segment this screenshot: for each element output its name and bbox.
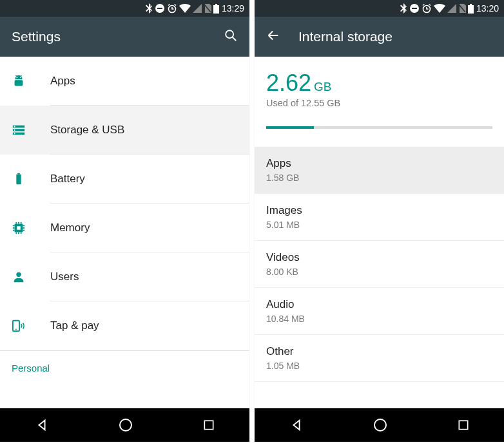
svg-point-10: [20, 77, 21, 78]
wifi-icon: [179, 4, 191, 13]
settings-screen: 13:29 Settings Apps Storage & USB Batter…: [0, 0, 249, 442]
svg-rect-39: [204, 421, 213, 429]
svg-rect-45: [470, 4, 472, 5]
status-time: 13:29: [222, 3, 244, 14]
nav-home-icon[interactable]: [118, 417, 133, 433]
nav-recent-icon[interactable]: [202, 419, 215, 431]
used-unit: GB: [314, 80, 331, 93]
used-caption: Used of 12.55 GB: [266, 98, 492, 108]
storage-icon: [12, 123, 50, 137]
svg-point-38: [120, 419, 131, 431]
svg-point-18: [14, 133, 15, 135]
alarm-icon: [167, 3, 177, 14]
nav-bar: [255, 408, 504, 442]
svg-line-12: [21, 75, 22, 77]
storage-row-other[interactable]: Other 1.05 MB: [255, 335, 504, 382]
row-value: 1.58 GB: [266, 173, 492, 183]
row-label: Other: [266, 345, 492, 358]
svg-rect-20: [17, 173, 20, 175]
battery-icon: [12, 172, 50, 186]
row-label: Images: [266, 204, 492, 217]
settings-list: Apps Storage & USB Battery Memory Users: [0, 57, 249, 408]
alarm-icon: [422, 3, 432, 14]
svg-rect-22: [17, 226, 21, 230]
settings-row-memory[interactable]: Memory: [0, 204, 249, 252]
page-title: Settings: [12, 29, 206, 44]
status-bar: 13:29: [0, 0, 249, 17]
svg-point-9: [16, 77, 17, 78]
row-value: 8.00 KB: [266, 267, 492, 277]
page-title: Internal storage: [298, 29, 492, 44]
app-bar: Settings: [0, 17, 249, 57]
storage-content: 2.62GB Used of 12.55 GB Apps 1.58 GB Ima…: [255, 57, 504, 408]
row-label: Apps: [266, 157, 492, 170]
wifi-icon: [434, 4, 445, 13]
svg-rect-47: [459, 421, 467, 429]
settings-row-users[interactable]: Users: [0, 252, 249, 301]
no-sim-icon: [458, 4, 466, 13]
battery-icon: [213, 4, 219, 14]
row-label: Videos: [266, 251, 492, 264]
svg-point-46: [374, 419, 386, 431]
back-icon[interactable]: [266, 28, 280, 45]
svg-rect-5: [215, 4, 217, 5]
row-label: Audio: [266, 298, 492, 311]
storage-row-apps[interactable]: Apps 1.58 GB: [255, 147, 504, 194]
row-value: 10.84 MB: [266, 314, 492, 324]
storage-row-audio[interactable]: Audio 10.84 MB: [255, 288, 504, 335]
svg-point-35: [16, 272, 21, 277]
nav-back-icon[interactable]: [35, 418, 49, 432]
signal-icon: [447, 4, 456, 13]
status-time: 13:20: [476, 3, 499, 14]
bluetooth-icon: [145, 3, 153, 14]
storage-screen: 13:20 Internal storage 2.62GB Used of 12…: [255, 0, 504, 442]
dnd-icon: [155, 3, 165, 14]
no-sim-icon: [204, 4, 211, 13]
svg-rect-41: [412, 8, 417, 9]
svg-line-7: [233, 37, 237, 41]
svg-point-37: [15, 329, 17, 330]
svg-rect-1: [157, 8, 162, 9]
svg-point-17: [14, 129, 15, 131]
svg-rect-8: [15, 80, 23, 86]
row-label: Storage & USB: [50, 106, 249, 155]
status-bar: 13:20: [255, 0, 504, 17]
svg-point-6: [226, 30, 233, 38]
users-icon: [12, 270, 50, 284]
storage-row-images[interactable]: Images 5.01 MB: [255, 194, 504, 241]
storage-summary: 2.62GB Used of 12.55 GB: [255, 57, 504, 117]
row-label: Tap & pay: [50, 301, 249, 350]
svg-rect-4: [213, 5, 219, 14]
used-value: 2.62: [266, 70, 311, 97]
nav-home-icon[interactable]: [373, 417, 388, 433]
settings-row-battery[interactable]: Battery: [0, 155, 249, 204]
dnd-icon: [409, 3, 420, 14]
signal-icon: [193, 4, 202, 13]
svg-rect-44: [468, 5, 474, 14]
storage-row-videos[interactable]: Videos 8.00 KB: [255, 241, 504, 288]
svg-rect-19: [16, 175, 21, 185]
settings-row-tap-pay[interactable]: Tap & pay: [0, 301, 249, 350]
row-value: 1.05 MB: [266, 361, 492, 371]
battery-icon: [468, 4, 474, 14]
memory-icon: [12, 221, 50, 235]
svg-point-16: [14, 126, 15, 128]
app-bar: Internal storage: [255, 17, 504, 57]
settings-row-storage[interactable]: Storage & USB: [0, 106, 249, 155]
row-label: Memory: [50, 204, 249, 252]
nav-recent-icon[interactable]: [457, 419, 470, 431]
bluetooth-icon: [400, 3, 407, 14]
search-icon[interactable]: [224, 28, 238, 45]
storage-progress: [266, 126, 492, 129]
apps-icon: [12, 74, 50, 88]
tap-pay-icon: [12, 319, 50, 333]
svg-line-11: [15, 75, 17, 77]
row-value: 5.01 MB: [266, 220, 492, 230]
row-label: Apps: [50, 57, 249, 106]
section-personal: Personal: [0, 350, 249, 384]
settings-row-apps[interactable]: Apps: [0, 57, 249, 106]
row-label: Users: [50, 252, 249, 301]
nav-bar: [0, 408, 249, 442]
nav-back-icon[interactable]: [289, 418, 304, 432]
row-label: Battery: [50, 155, 249, 204]
